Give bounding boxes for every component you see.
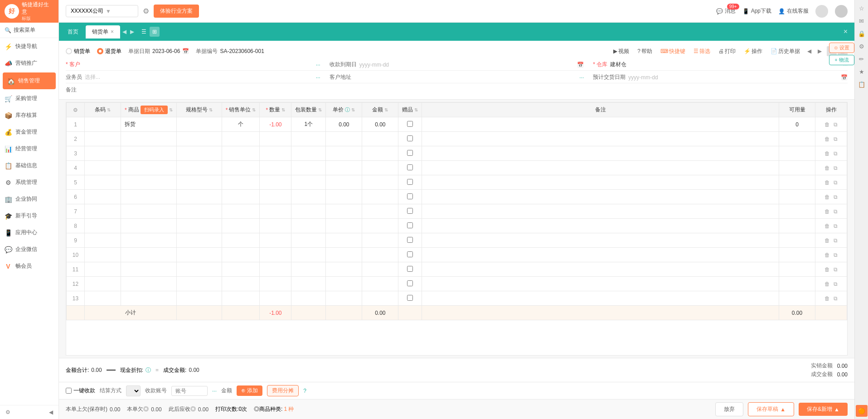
row-barcode-4[interactable] <box>85 161 121 175</box>
settings-gear-icon[interactable]: ⚙ <box>143 7 149 15</box>
row-gift-1[interactable] <box>398 117 422 132</box>
row-amount-6[interactable] <box>362 190 398 204</box>
sidebar-item-tutorial[interactable]: 🎓 新手引导 <box>0 207 58 224</box>
print-btn[interactable]: 🖨 打印 <box>716 47 738 56</box>
delete-icon-3[interactable]: 🗑 <box>824 150 830 157</box>
row-unit-13[interactable] <box>222 291 260 306</box>
save-new-button[interactable]: 保存&新增 ▲ <box>799 403 848 416</box>
row-qty-9[interactable] <box>260 233 291 248</box>
row-gift-11[interactable] <box>398 262 422 277</box>
price-sort[interactable]: ⇅ <box>351 107 355 112</box>
save-draft-button[interactable]: 保存草稿 ▲ <box>748 402 794 416</box>
row-barcode-7[interactable] <box>85 204 121 219</box>
row-price-2[interactable] <box>326 132 362 146</box>
right-icon-7[interactable]: 📋 <box>856 78 868 90</box>
row-amount-9[interactable] <box>362 233 398 248</box>
right-icon-2[interactable]: ✉ <box>856 15 868 27</box>
row-amount-8[interactable] <box>362 219 398 233</box>
row-note-10[interactable] <box>422 248 779 262</box>
copy-icon-5[interactable]: ⧉ <box>834 179 838 186</box>
row-pack-7[interactable] <box>291 204 326 219</box>
row-price-10[interactable] <box>326 248 362 262</box>
row-product-8[interactable] <box>121 219 177 233</box>
app-download-button[interactable]: 📱 App下载 <box>742 7 771 15</box>
message-button[interactable]: 💬 消息 99+ <box>716 7 736 15</box>
copy-icon-6[interactable]: ⧉ <box>834 194 838 200</box>
delivery-date-input[interactable]: yyyy-mm-dd <box>628 74 658 81</box>
user-avatar-2[interactable] <box>835 5 848 18</box>
settlement-select[interactable] <box>126 385 141 396</box>
row-amount-11[interactable] <box>362 262 398 277</box>
row-qty-13[interactable] <box>260 291 291 306</box>
row-unit-4[interactable] <box>222 161 260 175</box>
draft-dropdown-icon[interactable]: ▲ <box>780 406 786 413</box>
row-amount-3[interactable] <box>362 146 398 161</box>
row-gift-8[interactable] <box>398 219 422 233</box>
calendar-icon[interactable]: 📅 <box>182 48 189 54</box>
price-info-icon[interactable]: ⓘ <box>345 106 350 113</box>
delete-icon-5[interactable]: 🗑 <box>824 179 830 186</box>
row-qty-1[interactable]: -1.00 <box>260 117 291 132</box>
delete-icon-2[interactable]: 🗑 <box>824 136 830 142</box>
row-pack-12[interactable] <box>291 277 326 291</box>
row-spec-4[interactable] <box>176 161 222 175</box>
grid-view-btn[interactable]: ⊞ <box>150 27 160 37</box>
row-product-6[interactable] <box>121 190 177 204</box>
row-product-12[interactable] <box>121 277 177 291</box>
sidebar-item-marketing[interactable]: 📣 营销推广 <box>0 55 58 72</box>
video-btn[interactable]: ▶ 视频 <box>611 47 631 56</box>
row-gift-10[interactable] <box>398 248 422 262</box>
unit-sort[interactable]: ⇅ <box>252 107 256 112</box>
copy-icon-11[interactable]: ⧉ <box>834 266 838 273</box>
row-pack-11[interactable] <box>291 262 326 277</box>
address-dots[interactable]: ··· <box>579 74 584 81</box>
sidebar-item-basic-info[interactable]: 📋 基础信息 <box>0 157 58 174</box>
row-price-12[interactable] <box>326 277 362 291</box>
amount-sort[interactable]: ⇅ <box>384 107 388 112</box>
online-service-button[interactable]: 👤 在线客服 <box>778 7 809 15</box>
row-qty-3[interactable] <box>260 146 291 161</box>
row-product-7[interactable] <box>121 204 177 219</box>
copy-icon-2[interactable]: ⧉ <box>834 136 838 142</box>
row-product-5[interactable] <box>121 175 177 190</box>
row-gift-6[interactable] <box>398 190 422 204</box>
row-spec-6[interactable] <box>176 190 222 204</box>
row-spec-2[interactable] <box>176 132 222 146</box>
row-price-8[interactable] <box>326 219 362 233</box>
customer-dots[interactable]: ··· <box>316 62 320 68</box>
user-avatar[interactable] <box>815 5 828 18</box>
copy-icon-7[interactable]: ⧉ <box>834 208 838 215</box>
row-note-2[interactable] <box>422 132 779 146</box>
right-icon-4[interactable]: ⚙ <box>856 40 868 52</box>
row-unit-12[interactable] <box>222 277 260 291</box>
discard-button[interactable]: 放弃 <box>715 402 743 416</box>
sidebar-settings-icon[interactable]: ⚙ <box>5 409 10 415</box>
row-barcode-6[interactable] <box>85 190 121 204</box>
history-next[interactable]: ▶ <box>816 48 823 54</box>
due-date-calendar[interactable]: 📅 <box>577 62 584 68</box>
row-gift-2[interactable] <box>398 132 422 146</box>
main-close-icon[interactable]: × <box>839 28 852 36</box>
delete-icon-12[interactable]: 🗑 <box>824 281 830 287</box>
row-unit-6[interactable] <box>222 190 260 204</box>
row-price-1[interactable]: 0.00 <box>326 117 362 132</box>
copy-icon-8[interactable]: ⧉ <box>834 223 838 229</box>
discount-info-icon[interactable]: ⓘ <box>145 366 151 374</box>
row-gift-13[interactable] <box>398 291 422 306</box>
shortcuts-btn[interactable]: ⌨ 快捷键 <box>658 47 688 56</box>
row-amount-7[interactable] <box>362 204 398 219</box>
row-note-3[interactable] <box>422 146 779 161</box>
row-price-6[interactable] <box>326 190 362 204</box>
gift-sort[interactable]: ⇅ <box>414 107 418 112</box>
sidebar-item-inventory[interactable]: 📦 库存核算 <box>0 107 58 124</box>
row-unit-11[interactable] <box>222 262 260 277</box>
tab-close-icon[interactable]: × <box>111 29 114 35</box>
row-product-10[interactable] <box>121 248 177 262</box>
copy-icon-9[interactable]: ⧉ <box>834 237 838 244</box>
right-icon-1[interactable]: ☆ <box>856 2 868 14</box>
delete-icon-6[interactable]: 🗑 <box>824 194 830 200</box>
row-note-7[interactable] <box>422 204 779 219</box>
sidebar-collapse-icon[interactable]: ◀ <box>49 409 53 415</box>
history-btn[interactable]: 📄 历史单据 <box>768 47 802 56</box>
row-qty-4[interactable] <box>260 161 291 175</box>
